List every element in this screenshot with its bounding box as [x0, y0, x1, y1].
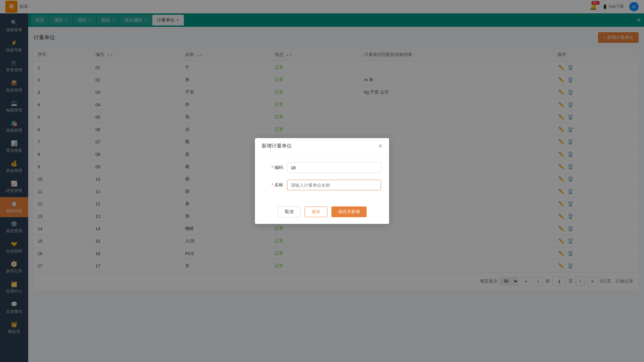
cancel-button[interactable]: 取消: [278, 206, 301, 217]
modal-close-button[interactable]: ✕: [378, 143, 382, 149]
modal-header: 新增计量单位 ✕: [255, 138, 389, 154]
modal-body: 编码 名称: [255, 154, 389, 202]
modal-title: 新增计量单位: [262, 143, 292, 149]
name-input[interactable]: [287, 180, 381, 190]
save-and-new-button[interactable]: 保存并新增: [331, 206, 367, 217]
modal-overlay: 新增计量单位 ✕ 编码 名称 取消 保存 保存并新增: [0, 0, 644, 362]
form-row-name: 名称: [263, 180, 381, 190]
name-label: 名称: [263, 182, 283, 188]
form-row-code: 编码: [263, 162, 381, 173]
code-input[interactable]: [287, 162, 381, 173]
save-button[interactable]: 保存: [305, 206, 327, 217]
code-label: 编码: [263, 165, 283, 171]
add-unit-modal: 新增计量单位 ✕ 编码 名称 取消 保存 保存并新增: [255, 138, 389, 224]
modal-footer: 取消 保存 保存并新增: [255, 202, 389, 224]
